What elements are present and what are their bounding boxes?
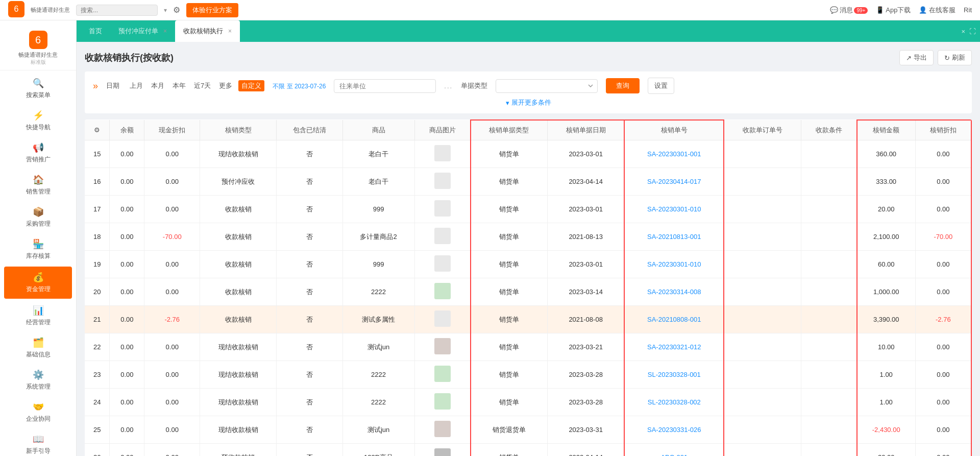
this-month-btn[interactable]: 本月 (149, 80, 166, 91)
cancel-bill-no-link[interactable]: SA-20210808-001 (647, 316, 701, 323)
sidebar-item-guide[interactable]: 📖 新手引导 (0, 428, 76, 456)
sidebar-item-collab[interactable]: 🤝 企业协同 (0, 396, 76, 428)
top-bar: 6 畅捷通谱好生意 ▾ ⚙ 体验行业方案 💬 消息99+ 📱 App下载 👤 在… (0, 0, 980, 20)
user-avatar[interactable]: Rit (964, 6, 972, 14)
export-icon: ↗ (906, 54, 912, 62)
cell-cancel-bill-date: 2023-04-14 (548, 168, 625, 196)
cancel-bill-no-link[interactable]: SA-20230314-008 (647, 288, 701, 296)
cancel-bill-no-link[interactable]: SA-20210813-001 (647, 233, 701, 241)
cell-cancel-type: 收款核销 (200, 223, 277, 251)
cell-cancel-bill-no: ABC-001 (624, 444, 724, 457)
custom-date-btn[interactable]: 自定义 (238, 80, 264, 91)
message-link[interactable]: 💬 消息99+ (830, 6, 868, 15)
party-dots[interactable]: ... (444, 82, 453, 90)
sidebar-item-finance[interactable]: 💰 资金管理 (4, 267, 72, 299)
cell-cancel-bill-no: SA-20230301-001 (624, 140, 724, 168)
col-goods: 商品 (342, 120, 414, 140)
online-service-link[interactable]: 👤 在线客服 (919, 6, 955, 15)
this-year-btn[interactable]: 本年 (170, 80, 188, 91)
sidebar-label-sales: 销售管理 (26, 187, 51, 196)
sidebar-item-purchase[interactable]: 📦 采购管理 (0, 201, 76, 233)
col-settings[interactable]: ⚙ (85, 120, 110, 140)
cell-balance: 0.00 (110, 223, 144, 251)
cell-cancel-amount: 360.00 (857, 140, 915, 168)
cell-goods: 2222 (342, 361, 414, 389)
tab-home[interactable]: 首页 (81, 20, 110, 42)
sidebar-item-system[interactable]: ⚙️ 系统管理 (0, 364, 76, 396)
expand-more-btn[interactable]: ▾ 展开更多条件 (93, 98, 964, 107)
cancel-bill-no-link[interactable]: SA-20230301-010 (647, 260, 701, 268)
tab-cancel-close-icon[interactable]: × (228, 28, 232, 35)
filter-collapse-icon[interactable]: » (93, 81, 98, 91)
page-header: 收款核销执行(按收款) ↗ 导出 ↻ 刷新 (85, 50, 972, 65)
party-input[interactable] (334, 79, 436, 93)
cancel-bill-no-link[interactable]: SA-20230414-017 (647, 178, 701, 185)
cancel-bill-no-link[interactable]: SL-20230328-002 (648, 398, 701, 406)
cell-cancel-discount: 0.00 (915, 333, 971, 361)
window-close-icon[interactable]: × (961, 28, 965, 35)
cell-cancel-bill-date: 2023-03-31 (548, 416, 625, 444)
query-button[interactable]: 查询 (606, 78, 640, 93)
cell-cancel-discount: 0.00 (915, 278, 971, 306)
cell-cancel-type: 收款核销 (200, 306, 277, 333)
cell-cancel-type: 收款核销 (200, 278, 277, 306)
app-download-link[interactable]: 📱 App下载 (876, 6, 911, 15)
last7-btn[interactable]: 近7天 (192, 80, 213, 91)
sidebar-item-inventory[interactable]: 🏪 库存核算 (0, 233, 76, 266)
cell-cancel-bill-type: 销货单 (471, 444, 548, 457)
table-scroll[interactable]: ⚙ 余额 现金折扣 核销类型 包含已结清 商品 商品图片 核销单据类型 核销单据… (85, 119, 972, 456)
cancel-bill-no-link[interactable]: SA-20230301-001 (647, 150, 701, 158)
cancel-bill-no-link[interactable]: SA-20230331-026 (647, 426, 701, 434)
cell-cash-discount: 0.00 (144, 140, 200, 168)
last-month-btn[interactable]: 上月 (128, 80, 145, 91)
cell-cancel-bill-no: SA-20210813-001 (624, 223, 724, 251)
type-select[interactable] (496, 79, 598, 93)
cell-cancel-bill-type: 销货单 (471, 251, 548, 278)
cell-cancel-discount: 0.00 (915, 168, 971, 196)
window-expand-icon[interactable]: ⛶ (969, 28, 976, 35)
cell-goods: 123D商品 (342, 444, 414, 457)
refresh-button[interactable]: ↻ 刷新 (938, 50, 972, 65)
cell-balance: 0.00 (110, 361, 144, 389)
cancel-bill-no-link[interactable]: ABC-001 (660, 453, 688, 456)
cell-included-settled: 否 (277, 333, 342, 361)
cell-cash-discount: -2.76 (144, 306, 200, 333)
cell-cash-discount: 0.00 (144, 444, 200, 457)
sidebar-item-quick-nav[interactable]: ⚡ 快捷导航 (0, 105, 76, 137)
sidebar-item-marketing[interactable]: 📢 营销推广 (0, 137, 76, 169)
date-filters: 上月 本月 本年 近7天 更多 自定义 (128, 80, 264, 91)
cancel-bill-no-link[interactable]: SL-20230328-001 (648, 371, 701, 378)
cell-included-settled: 否 (277, 251, 342, 278)
cell-cancel-discount: 0.00 (915, 251, 971, 278)
tab-cancel[interactable]: 收款核销执行 × (175, 20, 240, 42)
more-date-btn[interactable]: 更多 (217, 80, 234, 91)
sidebar-item-sales[interactable]: 🏠 销售管理 (0, 169, 76, 201)
top-search-input[interactable] (76, 5, 158, 16)
sidebar-label-system: 系统管理 (26, 382, 51, 391)
cell-cash-discount: 0.00 (144, 416, 200, 444)
cell-receipt-order-no (724, 251, 801, 278)
cancel-bill-no-link[interactable]: SA-20230321-012 (647, 343, 701, 351)
cell-id: 17 (85, 196, 110, 223)
settings-button[interactable]: 设置 (648, 78, 674, 94)
tab-prepay-close-icon[interactable]: × (163, 28, 167, 35)
cell-cancel-bill-type: 销货单 (471, 278, 548, 306)
cell-cancel-bill-no: SA-20210808-001 (624, 306, 724, 333)
sidebar-item-search[interactable]: 🔍 搜索菜单 (0, 73, 76, 105)
gear-icon[interactable]: ⚙ (173, 5, 180, 15)
export-button[interactable]: ↗ 导出 (899, 50, 934, 65)
sidebar-item-base[interactable]: 🗂️ 基础信息 (0, 332, 76, 364)
sidebar-label-operations: 经营管理 (26, 318, 51, 327)
cell-goods-img (414, 196, 471, 223)
cell-cancel-bill-no: SA-20230331-026 (624, 416, 724, 444)
cell-receipt-order-no (724, 168, 801, 196)
cell-cancel-bill-date: 2023-03-14 (548, 278, 625, 306)
sidebar-label-finance: 资金管理 (26, 285, 51, 294)
sidebar-item-operations[interactable]: 📊 经营管理 (0, 300, 76, 332)
filter-row-1: » 日期 上月 本月 本年 近7天 更多 自定义 不限 至 2023-07-26 (93, 78, 964, 94)
cell-cancel-type: 预付冲应收 (200, 168, 277, 196)
cancel-bill-no-link[interactable]: SA-20230301-010 (647, 205, 701, 213)
tab-prepay[interactable]: 预付冲应付单 × (110, 20, 175, 42)
cell-receipt-order-no (724, 140, 801, 168)
industry-solution-button[interactable]: 体验行业方案 (186, 3, 238, 17)
